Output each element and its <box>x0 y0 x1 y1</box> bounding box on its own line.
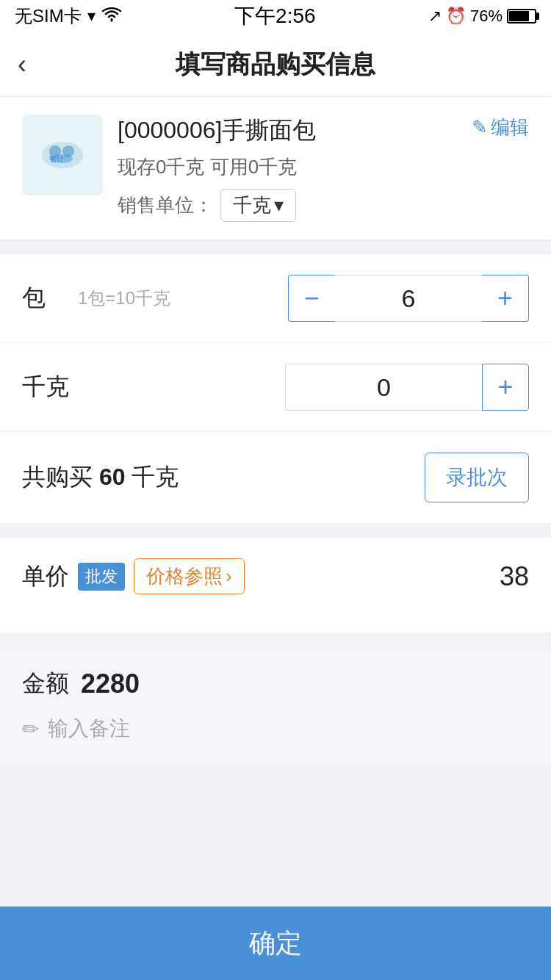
kg-plus-button[interactable]: + <box>482 364 529 411</box>
total-amount: 60 <box>99 464 132 490</box>
carrier-label: 无SIM卡 <box>15 4 82 28</box>
pifa-badge: 批发 <box>78 563 125 591</box>
amount-row: 金额 2280 <box>22 668 529 700</box>
bag-quantity-row: 包 1包=10千克 − + <box>0 254 551 343</box>
total-row: 共购买 60 千克 录批次 <box>0 432 551 523</box>
confirm-button[interactable]: 确定 <box>0 907 551 980</box>
bag-label: 包 <box>22 282 66 314</box>
back-button[interactable]: ‹ <box>18 49 26 80</box>
quantity-section: 包 1包=10千克 − + 千克 + 共购买 60 千克 录批次 <box>0 254 551 523</box>
total-prefix: 共购买 <box>22 464 93 490</box>
product-image: 智计 <box>22 115 103 195</box>
remark-placeholder: 输入备注 <box>48 715 130 743</box>
battery-icon <box>507 9 536 24</box>
kg-quantity-row: 千克 + <box>0 343 551 432</box>
svg-text:智计: 智计 <box>48 155 65 163</box>
product-name: [0000006]手撕面包 <box>118 115 316 147</box>
battery-percent: 76% <box>470 7 503 26</box>
edit-button[interactable]: ✎ 编辑 <box>472 115 529 140</box>
bag-plus-button[interactable]: + <box>482 275 529 322</box>
product-stock: 现存0千克 可用0千克 <box>118 154 529 180</box>
price-row: 单价 批发 价格参照 › 38 <box>22 558 529 594</box>
kg-label: 千克 <box>22 371 69 403</box>
amount-label: 金额 <box>22 668 69 700</box>
amount-section: 金额 2280 ✏ 输入备注 <box>0 647 551 763</box>
nav-bar: ‹ 填写商品购买信息 <box>0 32 551 97</box>
product-section: 智计 [0000006]手撕面包 ✎ 编辑 现存0千克 可用0千克 销售单位： … <box>0 97 551 239</box>
alarm-icon: ⏰ <box>446 7 466 26</box>
price-text: 单价 <box>22 561 69 593</box>
kg-quantity-controls: + <box>285 364 529 411</box>
price-label: 单价 批发 价格参照 › <box>22 558 245 594</box>
page-title: 填写商品购买信息 <box>176 48 375 82</box>
status-bar: 无SIM卡 ▾ 下午2:56 ↗ ⏰ 76% <box>0 0 551 32</box>
bag-quantity-controls: − + <box>288 275 529 322</box>
price-section: 单价 批发 价格参照 › 38 <box>0 538 551 633</box>
chevron-right-icon: › <box>226 565 232 588</box>
wifi-icon: ▾ <box>87 7 96 26</box>
wifi-label <box>101 6 122 26</box>
location-icon: ↗ <box>428 7 442 26</box>
status-right: ↗ ⏰ 76% <box>428 7 536 26</box>
bag-quantity-input[interactable] <box>335 275 482 322</box>
unit-select[interactable]: 千克 ▾ <box>220 189 296 222</box>
remark-row[interactable]: ✏ 输入备注 <box>22 715 529 743</box>
amount-value: 2280 <box>81 669 140 699</box>
chevron-down-icon: ▾ <box>274 194 284 217</box>
product-unit-row: 销售单位： 千克 ▾ <box>118 189 529 222</box>
edit-icon: ✎ <box>472 116 488 139</box>
batch-button[interactable]: 录批次 <box>425 453 529 502</box>
pencil-icon: ✏ <box>22 717 39 741</box>
price-value: 38 <box>500 561 529 592</box>
total-text: 共购买 60 千克 <box>22 461 179 494</box>
bag-sublabel: 1包=10千克 <box>78 287 288 310</box>
status-time: 下午2:56 <box>234 2 316 30</box>
status-left: 无SIM卡 ▾ <box>15 4 122 28</box>
unit-label: 销售单位： <box>118 192 213 218</box>
product-info: [0000006]手撕面包 ✎ 编辑 现存0千克 可用0千克 销售单位： 千克 … <box>118 115 529 222</box>
price-ref-button[interactable]: 价格参照 › <box>134 558 245 594</box>
total-unit: 千克 <box>132 464 179 490</box>
kg-quantity-input[interactable] <box>285 364 482 411</box>
bag-minus-button[interactable]: − <box>288 275 335 322</box>
